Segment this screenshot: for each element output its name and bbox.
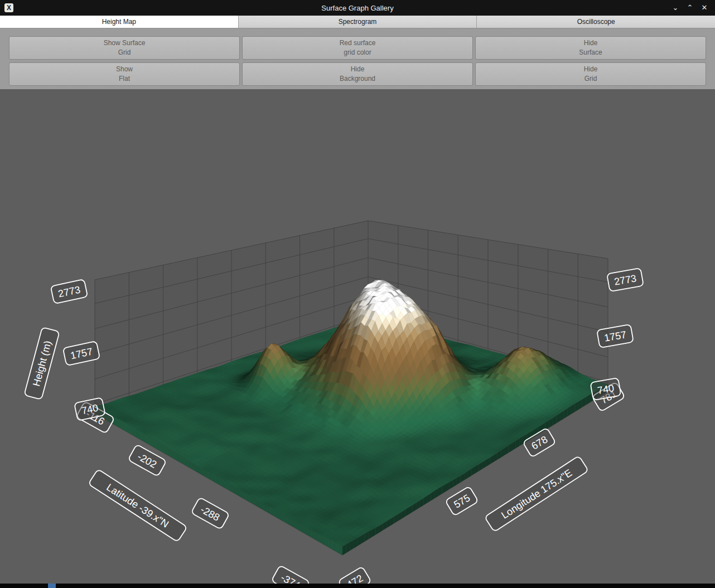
app-icon: X <box>4 3 13 12</box>
button-label-line: Background <box>340 74 375 84</box>
window-controls: ⌄ ⌃ ✕ <box>670 3 715 13</box>
tab-height-map[interactable]: Height Map <box>0 16 239 28</box>
window-minimize-button[interactable]: ⌄ <box>670 3 680 13</box>
toolbar: Show Surface Grid Red surface grid color… <box>0 28 715 89</box>
hide-surface-button[interactable]: Hide Surface <box>475 36 706 60</box>
button-label-line: Red surface <box>340 38 376 48</box>
button-label-line: Hide <box>584 65 598 74</box>
tab-spectrogram[interactable]: Spectrogram <box>239 16 477 28</box>
show-flat-button[interactable]: Show Flat <box>9 62 240 86</box>
taskbar-accent[interactable] <box>48 584 56 588</box>
show-surface-grid-button[interactable]: Show Surface Grid <box>9 36 240 60</box>
button-label-line: Surface <box>579 48 602 57</box>
window-maximize-button[interactable]: ⌃ <box>685 3 695 13</box>
hide-background-button[interactable]: Hide Background <box>242 62 473 86</box>
button-label-line: Show Surface <box>104 38 146 48</box>
button-label-line: Grid <box>584 74 597 84</box>
surface-plot-view[interactable]: 781-1162773175774027731757740-202-288-37… <box>0 89 715 584</box>
tab-bar: Height Map Spectrogram Oscilloscope <box>0 16 715 28</box>
surface-plot-canvas[interactable]: 781-1162773175774027731757740-202-288-37… <box>0 89 715 584</box>
tab-oscilloscope[interactable]: Oscilloscope <box>477 16 715 28</box>
button-label-line: Hide <box>584 38 598 48</box>
window-title: Surface Graph Gallery <box>0 4 715 12</box>
title-bar: X Surface Graph Gallery ⌄ ⌃ ✕ <box>0 0 715 16</box>
button-label-line: Flat <box>119 74 130 84</box>
surface-grid-color-button[interactable]: Red surface grid color <box>242 36 473 60</box>
button-label-line: Grid <box>118 48 131 57</box>
taskbar-strip <box>0 584 715 588</box>
window-close-button[interactable]: ✕ <box>699 3 709 13</box>
application-window: X Surface Graph Gallery ⌄ ⌃ ✕ Height Map… <box>0 0 715 588</box>
button-label-line: Hide <box>351 65 365 74</box>
button-label-line: grid color <box>344 48 371 57</box>
hide-grid-button[interactable]: Hide Grid <box>475 62 706 86</box>
button-label-line: Show <box>116 65 133 74</box>
